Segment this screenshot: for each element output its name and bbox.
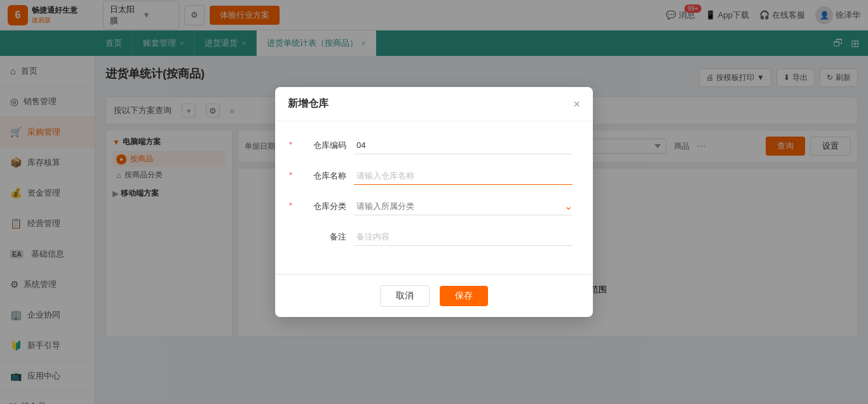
form-row-warehouse-code: 仓库编码 bbox=[295, 137, 573, 154]
modal-overlay[interactable]: 新增仓库 × 仓库编码 仓库名称 仓库分类 ⌄ bbox=[0, 0, 868, 404]
warehouse-category-input[interactable] bbox=[354, 198, 564, 215]
form-row-note: 备注 bbox=[295, 228, 573, 246]
form-row-warehouse-name: 仓库名称 bbox=[295, 167, 573, 185]
cancel-button[interactable]: 取消 bbox=[380, 285, 430, 307]
warehouse-code-label: 仓库编码 bbox=[295, 140, 346, 151]
note-input[interactable] bbox=[354, 228, 573, 246]
dialog-title: 新增仓库 bbox=[288, 97, 329, 111]
warehouse-category-select-wrap: ⌄ bbox=[354, 198, 573, 215]
warehouse-name-input[interactable] bbox=[354, 167, 573, 185]
warehouse-code-input[interactable] bbox=[354, 137, 573, 154]
dialog-footer: 取消 保存 bbox=[275, 274, 593, 317]
warehouse-name-label: 仓库名称 bbox=[295, 170, 346, 182]
dialog-close-button[interactable]: × bbox=[573, 98, 580, 110]
dialog-body: 仓库编码 仓库名称 仓库分类 ⌄ 备注 bbox=[275, 121, 593, 274]
note-label: 备注 bbox=[295, 231, 346, 243]
category-dropdown-icon[interactable]: ⌄ bbox=[564, 200, 573, 212]
form-row-warehouse-category: 仓库分类 ⌄ bbox=[295, 198, 573, 215]
save-button[interactable]: 保存 bbox=[440, 286, 488, 306]
dialog-new-warehouse: 新增仓库 × 仓库编码 仓库名称 仓库分类 ⌄ bbox=[275, 87, 593, 317]
warehouse-category-label: 仓库分类 bbox=[295, 201, 346, 212]
dialog-header: 新增仓库 × bbox=[275, 87, 593, 121]
